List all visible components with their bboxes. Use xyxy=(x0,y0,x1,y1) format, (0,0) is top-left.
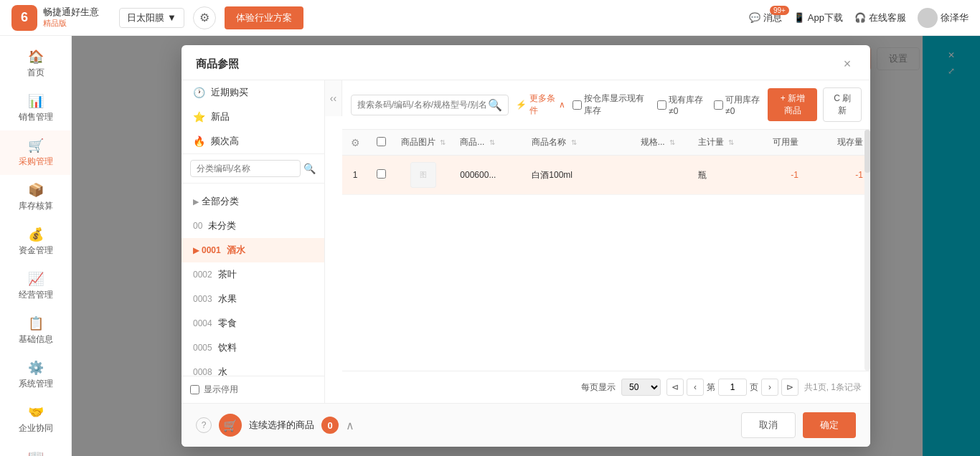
display-disabled-area: 显示停用 xyxy=(182,376,324,403)
sidebar-item-guide[interactable]: 📖 新手引导 xyxy=(0,442,71,456)
cat-item-uncategorized[interactable]: 00 未分类 xyxy=(182,214,324,238)
online-service-item[interactable]: 🎧 在线客服 xyxy=(854,11,906,24)
page-prev-btn[interactable]: ‹ xyxy=(687,379,704,396)
modal-close-button[interactable]: × xyxy=(839,55,856,72)
select-all-checkbox[interactable] xyxy=(377,137,386,146)
cat-uncategorized-code: 00 xyxy=(193,221,202,231)
messages-badge: 99+ xyxy=(770,6,789,15)
sidebar-item-basic[interactable]: 📋 基础信息 xyxy=(0,308,71,353)
product-search-icon[interactable]: 🔍 xyxy=(488,98,502,112)
clock-icon: 🕐 xyxy=(193,87,205,98)
row-checkbox[interactable] xyxy=(377,169,386,179)
table-row[interactable]: 1 图 xyxy=(342,156,870,195)
page-nav: ⊲ ‹ 第 页 › ⊳ xyxy=(666,379,798,396)
user-item[interactable]: 徐泽华 xyxy=(918,8,969,28)
cat-0003-label: 水果 xyxy=(218,293,237,305)
quick-link-new-label: 新品 xyxy=(211,110,230,123)
category-search-box[interactable] xyxy=(190,160,301,177)
confirm-button[interactable]: 确定 xyxy=(803,412,856,438)
cell-check[interactable] xyxy=(368,156,394,195)
filter-stock-ne0-label[interactable]: 现有库存≠0 xyxy=(657,94,704,116)
help-icon[interactable]: ? xyxy=(196,417,212,433)
cancel-button[interactable]: 取消 xyxy=(741,412,796,438)
category-search-icon[interactable]: 🔍 xyxy=(303,163,316,174)
th-check xyxy=(368,130,394,156)
collapse-panel-button[interactable]: ‹‹ xyxy=(325,80,342,116)
main-content: 查询 设置 刷新 ✕ ⤢ 商品参照 × xyxy=(72,36,980,456)
cat-item-0002[interactable]: 0002 茶叶 xyxy=(182,262,324,287)
page-number-input[interactable] xyxy=(718,379,747,396)
quick-link-frequent[interactable]: 🔥 频次高 xyxy=(182,129,324,153)
quick-link-frequent-label: 频次高 xyxy=(211,135,239,148)
trial-button[interactable]: 体验行业方案 xyxy=(225,6,303,29)
modal-footer: ? 🛒 连续选择的商品 0 ∧ 取消 确定 xyxy=(182,403,870,447)
sidebar-item-finance[interactable]: 💰 资金管理 xyxy=(0,219,71,264)
product-table: ⚙ 商品图片 ⇅ xyxy=(342,130,870,195)
th-image-label: 商品图片 xyxy=(401,137,435,147)
refresh-button[interactable]: C 刷新 xyxy=(823,87,862,122)
sidebar-label-basic: 基础信息 xyxy=(19,333,53,346)
filter-stock-ne0-checkbox[interactable] xyxy=(657,100,666,110)
page-last-btn[interactable]: ⊳ xyxy=(781,379,798,396)
filter-icon: ⚡ xyxy=(516,100,527,110)
th-image[interactable]: 商品图片 ⇅ xyxy=(394,130,453,156)
modal-title: 商品参照 xyxy=(196,57,239,71)
display-disabled-checkbox[interactable] xyxy=(190,385,199,394)
product-search-input[interactable] xyxy=(357,100,488,110)
cat-uncategorized-label: 未分类 xyxy=(208,219,236,232)
sidebar-item-system[interactable]: ⚙️ 系统管理 xyxy=(0,353,71,397)
display-disabled-label[interactable]: 显示停用 xyxy=(204,384,238,396)
message-icon: 💬 xyxy=(749,12,760,23)
sidebar-item-collab[interactable]: 🤝 企业协同 xyxy=(0,397,71,442)
up-arrow-icon[interactable]: ∧ xyxy=(346,419,354,432)
filter-warehouse-text: 按仓库显示现有库存 xyxy=(584,92,648,117)
sidebar: 🏠 首页 📊 销售管理 🛒 采购管理 📦 库存核算 💰 资金管理 📈 经营管理 … xyxy=(0,36,72,456)
filter-avail-ne0-label[interactable]: 可用库存≠0 xyxy=(714,94,760,116)
scrollbar-thumb[interactable] xyxy=(864,130,870,173)
filter-more-label: 更多条件 xyxy=(529,92,556,117)
filter-more-btn[interactable]: ⚡ 更多条件 ∧ xyxy=(516,92,565,117)
cart-icon[interactable]: 🛒 xyxy=(219,414,242,437)
filter-avail-ne0-checkbox[interactable] xyxy=(714,100,723,110)
store-selector[interactable]: 日太阳膜 ▼ xyxy=(119,8,184,28)
cat-item-0004[interactable]: 0004 零食 xyxy=(182,311,324,336)
quick-link-recent[interactable]: 🕐 近期购买 xyxy=(182,80,324,105)
sidebar-label-collab: 企业协同 xyxy=(19,422,53,434)
th-unit[interactable]: 主计量 ⇅ xyxy=(691,130,741,156)
system-icon: ⚙️ xyxy=(28,360,44,376)
th-code[interactable]: 商品... ⇅ xyxy=(453,130,524,156)
sidebar-item-sales[interactable]: 📊 销售管理 xyxy=(0,86,71,130)
filter-warehouse-checkbox[interactable] xyxy=(573,100,582,110)
quick-link-recent-label: 近期购买 xyxy=(211,86,248,99)
sidebar-item-business[interactable]: 📈 经营管理 xyxy=(0,264,71,308)
business-icon: 📈 xyxy=(28,271,44,287)
cell-spec xyxy=(633,156,691,195)
page-first-btn[interactable]: ⊲ xyxy=(666,379,684,396)
logo-area: 6 畅捷通好生意 精品版 xyxy=(11,5,105,31)
page-size-select[interactable]: 102050100 xyxy=(621,379,661,396)
messages-item[interactable]: 💬 消息 99+ xyxy=(749,11,782,24)
cat-item-all[interactable]: ▶ 全部分类 xyxy=(182,189,324,214)
cat-0004-label: 零食 xyxy=(218,317,237,330)
quick-link-new[interactable]: ⭐ 新品 xyxy=(182,105,324,129)
th-spec[interactable]: 规格... ⇅ xyxy=(633,130,691,156)
cat-item-0001[interactable]: ▶ 0001 酒水 xyxy=(182,238,324,262)
table-settings-icon[interactable]: ⚙ xyxy=(351,137,360,148)
settings-button[interactable]: ⚙ xyxy=(193,6,216,29)
app-download-item[interactable]: 📱 App下载 xyxy=(793,11,843,24)
filter-warehouse-label[interactable]: 按仓库显示现有库存 xyxy=(573,92,648,117)
sidebar-item-home[interactable]: 🏠 首页 xyxy=(0,42,71,86)
cat-item-0008[interactable]: 0008 水 xyxy=(182,360,324,376)
sidebar-item-purchase[interactable]: 🛒 采购管理 xyxy=(0,130,71,175)
sidebar-item-inventory[interactable]: 📦 库存核算 xyxy=(0,175,71,219)
new-product-button[interactable]: + 新增商品 xyxy=(768,88,817,121)
cat-item-0003[interactable]: 0003 水果 xyxy=(182,287,324,311)
cat-item-0005[interactable]: 0005 饮料 xyxy=(182,336,324,360)
cat-0005-code: 0005 xyxy=(193,343,212,353)
product-search-box[interactable]: 🔍 xyxy=(351,95,509,115)
page-next-btn[interactable]: › xyxy=(761,379,778,396)
category-search-input[interactable] xyxy=(197,163,294,174)
th-unit-label: 主计量 xyxy=(698,137,724,147)
th-name[interactable]: 商品名称 ⇅ xyxy=(524,130,633,156)
filter-bar: 🔍 ⚡ 更多条件 ∧ 按仓库显示现有库存 xyxy=(342,80,870,130)
